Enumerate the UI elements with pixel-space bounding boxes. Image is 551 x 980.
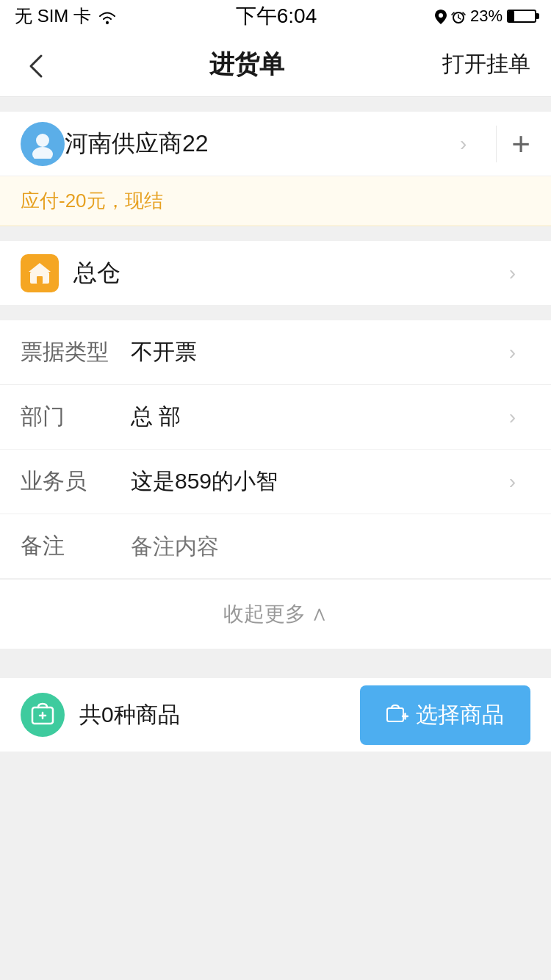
status-bar: 无 SIM 卡 下午6:04 23% — [0, 0, 551, 32]
salesman-row[interactable]: 业务员 这是859的小智 › — [0, 450, 551, 514]
select-goods-button[interactable]: 选择商品 — [360, 685, 530, 745]
back-button[interactable] — [21, 42, 51, 87]
add-supplier-button[interactable]: + — [511, 126, 530, 162]
supplier-avatar — [21, 122, 65, 166]
supplier-name: 河南供应商22 — [65, 128, 460, 160]
location-icon — [435, 7, 447, 26]
form-section: 票据类型 不开票 › 部门 总 部 › 业务员 这是859的小智 › 备注 — [0, 320, 551, 579]
remark-label: 备注 — [21, 531, 123, 561]
status-time: 下午6:04 — [236, 2, 317, 30]
supplier-row[interactable]: 河南供应商22 › + — [0, 112, 551, 176]
salesman-value: 这是859的小智 — [123, 466, 509, 497]
notice-text: 应付-20元，现结 — [21, 190, 163, 212]
collapse-label: 收起更多 ∧ — [223, 600, 328, 628]
nav-bar: 进货单 打开挂单 — [0, 32, 551, 97]
salesman-chevron-icon: › — [509, 470, 516, 494]
alarm-icon — [451, 7, 466, 26]
collapse-button[interactable]: 收起更多 ∧ — [0, 579, 551, 649]
products-icon — [21, 693, 65, 737]
department-value: 总 部 — [123, 402, 509, 432]
svg-point-0 — [106, 21, 109, 24]
open-pending-button[interactable]: 打开挂单 — [442, 49, 530, 79]
products-footer: 共0种商品 选择商品 — [0, 678, 551, 752]
section-divider-1 — [0, 97, 551, 112]
invoice-type-chevron-icon: › — [509, 341, 516, 364]
invoice-type-label: 票据类型 — [21, 337, 123, 367]
warehouse-name: 总仓 — [73, 257, 509, 289]
svg-point-6 — [32, 147, 53, 159]
status-right: 23% — [435, 7, 536, 26]
page-title: 进货单 — [209, 48, 284, 82]
section-divider-2 — [0, 649, 551, 663]
carrier-label: 无 SIM 卡 — [15, 4, 91, 28]
supplier-chevron-icon: › — [460, 132, 467, 156]
wifi-icon — [97, 6, 118, 26]
warehouse-icon — [21, 254, 59, 292]
warehouse-chevron-icon: › — [509, 262, 516, 285]
invoice-type-row[interactable]: 票据类型 不开票 › — [0, 320, 551, 385]
salesman-label: 业务员 — [21, 466, 123, 497]
department-chevron-icon: › — [509, 406, 516, 429]
warehouse-row[interactable]: 总仓 › — [0, 241, 551, 306]
department-row[interactable]: 部门 总 部 › — [0, 385, 551, 450]
page-background — [0, 752, 551, 980]
select-goods-label: 选择商品 — [416, 700, 504, 730]
invoice-type-value: 不开票 — [123, 337, 509, 367]
notice-bar: 应付-20元，现结 — [0, 176, 551, 226]
supplier-section: 河南供应商22 › + 应付-20元，现结 — [0, 112, 551, 226]
svg-point-5 — [36, 134, 49, 147]
remark-input[interactable] — [123, 534, 530, 559]
svg-marker-8 — [29, 263, 51, 272]
svg-point-1 — [439, 13, 443, 18]
battery-label: 23% — [470, 7, 503, 26]
department-label: 部门 — [21, 402, 123, 432]
svg-rect-13 — [387, 708, 403, 721]
vertical-divider — [496, 126, 497, 162]
svg-line-4 — [458, 18, 461, 19]
warehouse-section: 总仓 › — [0, 241, 551, 306]
products-count: 共0种商品 — [79, 700, 345, 730]
status-left: 无 SIM 卡 — [15, 4, 118, 28]
battery-icon — [507, 10, 536, 23]
svg-rect-9 — [37, 276, 43, 284]
remark-row[interactable]: 备注 — [0, 514, 551, 579]
